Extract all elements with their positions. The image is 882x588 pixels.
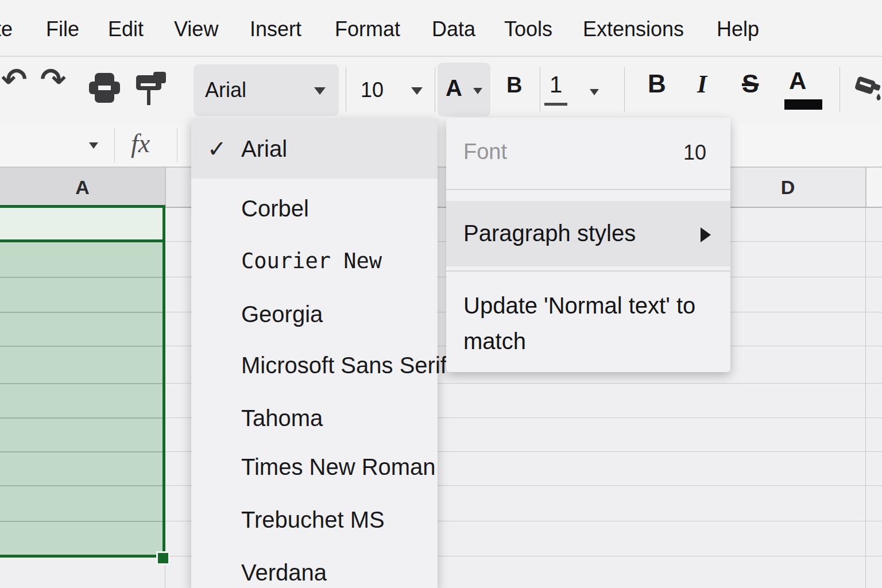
active-cell[interactable]	[0, 208, 163, 240]
text-color-a-button[interactable]: A	[789, 67, 806, 95]
font-menu-row[interactable]: Font 10	[446, 118, 730, 190]
update-normal-text-label: Update 'Normal text' to match	[463, 288, 710, 359]
font-option-courier-new[interactable]: Courier New	[191, 235, 438, 288]
check-icon: ✓	[207, 119, 227, 179]
font-size-chevron-icon[interactable]	[411, 87, 423, 95]
update-normal-text-row[interactable]: Update 'Normal text' to match	[446, 272, 730, 372]
font-option-verdana[interactable]: Verdana	[191, 546, 438, 588]
paragraph-styles-label: Paragraph styles	[463, 220, 636, 246]
font-size-value: 10	[683, 141, 706, 165]
menu-item-insert[interactable]: Insert	[250, 17, 301, 41]
strikethrough-button[interactable]: S	[742, 69, 759, 98]
text-color-label: A	[446, 75, 462, 101]
number-underline-bar	[544, 103, 567, 106]
font-option-trebuchet-ms[interactable]: Trebuchet MS	[191, 493, 438, 546]
font-family-button[interactable]: Arial	[194, 64, 339, 116]
menu-item-help[interactable]: Help	[717, 17, 759, 41]
font-option-label: Georgia	[241, 301, 323, 327]
name-box[interactable]	[0, 123, 114, 167]
submenu-arrow-icon	[701, 227, 711, 242]
font-option-label: Courier New	[241, 249, 382, 273]
menu-item-extensions[interactable]: Extensions	[583, 17, 684, 41]
bold-small-button[interactable]: B	[506, 73, 522, 98]
font-option-label: Verdana	[241, 560, 327, 585]
toolbar: ↶ ↷ Arial 10 A B 1 B I S A	[0, 57, 882, 123]
redo-icon[interactable]: ↷	[40, 61, 66, 98]
paint-format-icon[interactable]	[136, 72, 166, 106]
selected-range[interactable]	[0, 168, 168, 570]
selection-border-mid	[0, 239, 165, 242]
font-option-georgia[interactable]: Georgia	[191, 288, 438, 341]
italic-button[interactable]: I	[697, 69, 707, 99]
undo-icon[interactable]: ↶	[1, 61, 27, 98]
font-option-label: Tahoma	[241, 405, 323, 431]
bold-button[interactable]: B	[648, 69, 666, 98]
number-format-button[interactable]: 1	[550, 72, 562, 98]
font-option-label: Trebuchet MS	[241, 507, 385, 532]
menu-item-partial[interactable]: te	[0, 17, 13, 41]
font-family-value: Arial	[205, 78, 246, 102]
column-header-e-sliver[interactable]	[866, 168, 882, 207]
selection-fill	[0, 242, 163, 555]
column-header-d[interactable]: D	[712, 168, 864, 207]
menu-item-edit[interactable]: Edit	[108, 17, 144, 41]
text-color-bar	[784, 99, 822, 110]
font-dropdown-menu: ✓ Arial Corbel Courier New Georgia Micro…	[191, 119, 438, 588]
menu-item-data[interactable]: Data	[432, 17, 475, 41]
menu-item-file[interactable]: File	[46, 17, 79, 41]
fx-icon: fx	[131, 128, 150, 158]
menu-item-view[interactable]: View	[174, 17, 218, 41]
font-option-tahoma[interactable]: Tahoma	[191, 392, 438, 444]
fill-handle[interactable]	[156, 551, 170, 565]
text-color-button[interactable]: A	[438, 63, 490, 117]
formula-bar: fx	[0, 123, 882, 168]
menu-item-tools[interactable]: Tools	[504, 17, 552, 41]
chevron-down-icon	[473, 88, 482, 94]
font-option-label: Corbel	[241, 196, 309, 221]
font-size-value[interactable]: 10	[361, 78, 384, 102]
menu-bar: te File Edit View Insert Format Data Too…	[0, 0, 882, 57]
selection-border-bottom	[0, 555, 163, 558]
paragraph-styles-row[interactable]: Paragraph styles	[446, 201, 730, 266]
menu-item-format[interactable]: Format	[335, 17, 400, 41]
font-label: Font	[463, 140, 507, 164]
font-option-label: Arial	[241, 136, 287, 161]
font-option-label: Microsoft Sans Serif	[241, 353, 447, 378]
selection-border-right	[163, 205, 165, 555]
number-format-chevron-icon[interactable]	[590, 89, 599, 95]
format-submenu-panel: Font 10 Paragraph styles Update 'Normal …	[446, 118, 730, 372]
font-option-corbel[interactable]: Corbel	[191, 182, 438, 235]
fill-color-icon[interactable]	[851, 72, 882, 104]
font-option-microsoft-sans-serif[interactable]: Microsoft Sans Serif	[191, 339, 438, 392]
font-option-label: Times New Roman	[241, 454, 436, 479]
font-option-arial[interactable]: ✓ Arial	[191, 119, 438, 179]
selection-border-top	[0, 205, 165, 208]
name-box-chevron-icon	[89, 142, 98, 149]
print-icon[interactable]	[89, 73, 120, 105]
chevron-down-icon	[314, 87, 326, 95]
font-option-times-new-roman[interactable]: Times New Roman	[191, 440, 438, 493]
